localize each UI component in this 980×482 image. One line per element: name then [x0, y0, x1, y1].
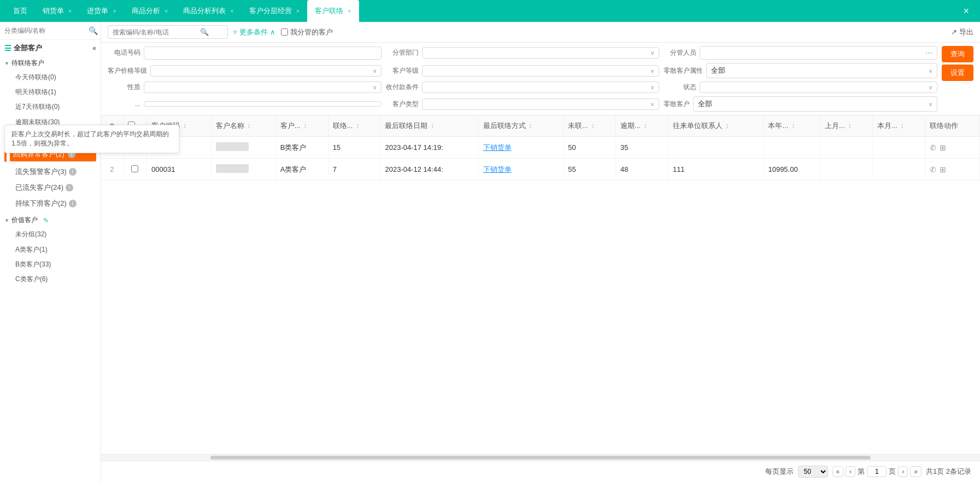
- tab-customer-contact[interactable]: 客户联络 ×: [307, 0, 359, 22]
- close-all-button[interactable]: ×: [958, 5, 975, 17]
- tab-purchase[interactable]: 进货单 ×: [79, 0, 124, 22]
- nature-select[interactable]: ∨: [144, 82, 382, 93]
- last-date-sort-icon: ↕: [431, 121, 435, 130]
- tab-sales[interactable]: 销货单 ×: [35, 0, 79, 22]
- row2-select-checkbox[interactable]: [131, 165, 138, 172]
- status-select[interactable]: ∨: [700, 82, 937, 93]
- close-customer-tier-tab[interactable]: ×: [296, 8, 300, 14]
- not-contact-col[interactable]: 未联... ↕: [564, 115, 616, 137]
- collapse-icon: «: [92, 44, 96, 52]
- lost-predict-info-icon[interactable]: i: [69, 168, 77, 176]
- my-customers-checkbox[interactable]: [281, 28, 288, 36]
- filter-row-1: 电话号码 分管部门 ∨ 分管人员: [108, 46, 937, 60]
- contact-sort-icon: ↕: [356, 121, 360, 130]
- next-page-button[interactable]: ›: [898, 466, 908, 477]
- scrollbar-thumb[interactable]: [210, 456, 871, 460]
- export-button[interactable]: ↗ 导出: [951, 27, 973, 37]
- pending-contact-group[interactable]: ▼ 待联络客户: [0, 56, 101, 70]
- sidebar-item-lost-predict[interactable]: 流失预警客户(3) i: [0, 164, 101, 180]
- phone-label: 电话号码: [108, 48, 140, 57]
- payment-select[interactable]: ∨: [422, 82, 660, 93]
- overdue-col[interactable]: 逾期... ↕: [616, 115, 668, 137]
- sidebar-item-b-class[interactable]: B类客户(33): [0, 257, 101, 272]
- last-method-col[interactable]: 最后联络方式 ↕: [478, 115, 564, 137]
- sidebar-item-ungroup[interactable]: 未分组(32): [0, 227, 101, 242]
- this-month-sort-icon: ↕: [900, 121, 904, 130]
- row2-last-method[interactable]: 下销货单: [478, 159, 564, 181]
- close-product-analysis-tab[interactable]: ×: [165, 8, 168, 14]
- phone-input[interactable]: [144, 47, 382, 60]
- settings-button[interactable]: 设置: [942, 65, 973, 81]
- last-page-button[interactable]: »: [910, 466, 922, 477]
- main-search-input[interactable]: [113, 28, 200, 36]
- row2-this-year: 10995.00: [764, 159, 820, 181]
- sidebar-search-bar: 🔍: [0, 22, 101, 40]
- filter-more-dot: ...: [108, 100, 382, 108]
- unit-contact-col[interactable]: 往来单位联系人 ↕: [668, 115, 764, 137]
- tab-home[interactable]: 首页: [5, 0, 35, 22]
- type-col[interactable]: 客户... ↕: [275, 115, 328, 137]
- scatter-customer-select[interactable]: 全部 ∨: [693, 96, 937, 112]
- contact-col[interactable]: 联络... ↕: [328, 115, 380, 137]
- filter-person: 分管人员 ⋯: [664, 46, 937, 60]
- sidebar-item-continuous-down[interactable]: 持续下滑客户(2) i: [0, 196, 101, 212]
- sidebar-item-a-class[interactable]: A类客户(1): [0, 242, 101, 257]
- sidebar-item-7days[interactable]: 近7天待联络(0): [0, 100, 101, 114]
- unit-contact-sort-icon: ↕: [726, 121, 730, 130]
- sidebar-item-c-class[interactable]: C类客户(6): [0, 272, 101, 287]
- dept-select[interactable]: ∨: [422, 47, 660, 59]
- last-month-col[interactable]: 上月... ↕: [820, 115, 872, 137]
- sidebar-search-input[interactable]: [4, 27, 86, 34]
- tab-product-analysis[interactable]: 商品分析 ×: [124, 0, 175, 22]
- row2-last-date: 2023-04-12 14:44:: [380, 159, 478, 181]
- scatter-attr-select[interactable]: 全部 ∨: [706, 63, 937, 78]
- query-button[interactable]: 查询: [942, 46, 973, 62]
- row1-last-method[interactable]: 下销货单: [478, 137, 564, 159]
- main-search-icon[interactable]: 🔍: [200, 28, 209, 36]
- horizontal-scrollbar[interactable]: [101, 454, 980, 461]
- tab-product-analysis-list[interactable]: 商品分析列表 ×: [175, 0, 241, 22]
- prev-page-button[interactable]: ‹: [846, 466, 855, 477]
- value-customer-expand-icon: ▼: [4, 218, 9, 223]
- person-select[interactable]: ⋯: [700, 46, 937, 60]
- row2-grid-icon[interactable]: ⊞: [940, 165, 946, 174]
- close-purchase-tab[interactable]: ×: [113, 8, 116, 14]
- close-customer-contact-tab[interactable]: ×: [348, 8, 351, 14]
- row2-phone-icon[interactable]: ✆: [930, 165, 936, 174]
- already-lost-info-icon[interactable]: i: [66, 184, 73, 191]
- pending-contact-expand-icon: ▼: [4, 61, 9, 66]
- sidebar-all-customers[interactable]: ☰ 全部客户 «: [0, 40, 101, 56]
- actions-col: 联络动作: [925, 115, 979, 137]
- status-label: 状态: [664, 83, 696, 92]
- customer-level-select[interactable]: ∨: [422, 65, 660, 77]
- customer-type-select[interactable]: ∨: [422, 98, 660, 110]
- this-year-col[interactable]: 本年... ↕: [764, 115, 820, 137]
- close-sales-tab[interactable]: ×: [68, 8, 72, 14]
- more-dot-select[interactable]: [144, 101, 382, 107]
- continuous-down-info-icon[interactable]: i: [69, 200, 77, 207]
- filter-bar: 🔍 ▿ 更多条件 ∧ 我分管的客户 ↗ 导出: [101, 22, 980, 43]
- sidebar-search-icon[interactable]: 🔍: [89, 26, 98, 35]
- customer-table-area: ⚙ 客户编码 ↕ 客户名称 ↕ 客户... ↕: [101, 115, 980, 454]
- close-product-list-tab[interactable]: ×: [230, 8, 233, 14]
- pagination-bar: 每页显示 50 100 200 « ‹ 第 页 › » 共1页 2条记录: [101, 461, 980, 482]
- sidebar-item-already-lost[interactable]: 已流失客户(24) i: [0, 180, 101, 196]
- value-customer-edit-icon[interactable]: ✎: [43, 217, 49, 224]
- this-month-col[interactable]: 本月... ↕: [872, 115, 925, 137]
- sidebar-item-tomorrow[interactable]: 明天待联络(1): [0, 85, 101, 100]
- name-col[interactable]: 客户名称 ↕: [211, 115, 275, 137]
- current-page-input[interactable]: [867, 466, 887, 477]
- last-method-sort-icon: ↕: [529, 121, 532, 130]
- row1-phone-icon[interactable]: ✆: [930, 143, 936, 152]
- row1-grid-icon[interactable]: ⊞: [940, 143, 946, 152]
- sidebar-item-today[interactable]: 今天待联络(0): [0, 70, 101, 85]
- first-page-button[interactable]: «: [832, 466, 844, 477]
- row2-this-month: [872, 159, 925, 181]
- value-customer-group[interactable]: ▼ 价值客户 ✎: [0, 213, 101, 227]
- tab-customer-tier[interactable]: 客户分层经营 ×: [242, 0, 307, 22]
- top-navigation: 首页 销货单 × 进货单 × 商品分析 × 商品分析列表 × 客户分层经营 × …: [0, 0, 980, 22]
- last-date-col[interactable]: 最后联络日期 ↕: [380, 115, 478, 137]
- per-page-select[interactable]: 50 100 200: [798, 466, 828, 478]
- more-conditions-btn[interactable]: ▿ 更多条件 ∧: [233, 27, 275, 37]
- price-level-select[interactable]: ∨: [150, 65, 382, 77]
